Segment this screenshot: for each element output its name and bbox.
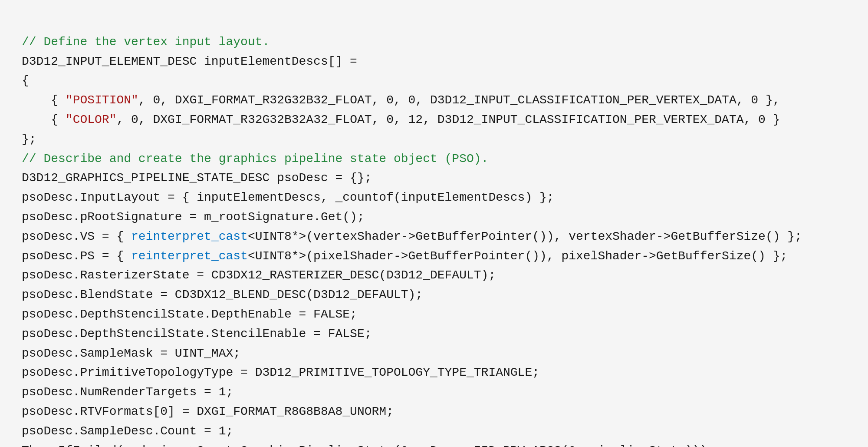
code-token-normal: D3D12_GRAPHICS_PIPELINE_STATE_DESC psoDe… (22, 171, 372, 185)
code-token-normal: psoDesc.RasterizerState = CD3DX12_RASTER… (22, 268, 496, 282)
code-line: psoDesc.SampleDesc.Count = 1; (22, 422, 846, 441)
code-line: psoDesc.PS = { reinterpret_cast<UINT8*>(… (22, 247, 846, 266)
code-token-normal: <UINT8*>(vertexShader->GetBufferPointer(… (248, 230, 802, 243)
code-line: psoDesc.VS = { reinterpret_cast<UINT8*>(… (22, 227, 846, 247)
code-line: psoDesc.pRootSignature = m_rootSignature… (22, 208, 846, 227)
code-line: psoDesc.BlendState = CD3DX12_BLEND_DESC(… (22, 285, 846, 305)
code-token-normal: psoDesc.InputLayout = { inputElementDesc… (22, 191, 554, 204)
code-token-normal: , 0, DXGI_FORMAT_R32G32B32A32_FLOAT, 0, … (116, 113, 780, 126)
code-line: psoDesc.RasterizerState = CD3DX12_RASTER… (22, 266, 846, 285)
code-line: // Describe and create the graphics pipe… (22, 149, 846, 169)
code-token-function-call: reinterpret_cast (131, 249, 248, 263)
code-token-comment: // Describe and create the graphics pipe… (22, 152, 488, 166)
code-line: psoDesc.NumRenderTargets = 1; (22, 383, 846, 402)
code-token-normal: psoDesc.PrimitiveTopologyType = D3D12_PR… (22, 366, 539, 379)
code-token-normal: psoDesc.BlendState = CD3DX12_BLEND_DESC(… (22, 288, 423, 301)
code-line: psoDesc.DepthStencilState.DepthEnable = … (22, 305, 846, 324)
code-line: psoDesc.InputLayout = { inputElementDesc… (22, 188, 846, 208)
code-line: psoDesc.PrimitiveTopologyType = D3D12_PR… (22, 363, 846, 383)
code-token-function-call: reinterpret_cast (131, 230, 248, 243)
code-token-normal: }; (22, 132, 36, 146)
code-token-normal: psoDesc.pRootSignature = m_rootSignature… (22, 210, 365, 224)
code-line: // Define the vertex input layout. (22, 33, 846, 52)
code-token-normal: psoDesc.PS = { (22, 249, 131, 263)
code-line: ThrowIfFailed(m_device->CreateGraphicsPi… (22, 441, 846, 447)
code-line: { (22, 71, 846, 91)
code-line: { "COLOR", 0, DXGI_FORMAT_R32G32B32A32_F… (22, 110, 846, 130)
code-token-normal: ThrowIfFailed(m_device->CreateGraphicsPi… (22, 444, 714, 447)
code-line: psoDesc.RTVFormats[0] = DXGI_FORMAT_R8G8… (22, 402, 846, 422)
code-token-comment: // Define the vertex input layout. (22, 35, 270, 49)
code-token-normal: psoDesc.DepthStencilState.StencilEnable … (22, 327, 372, 341)
code-token-normal: psoDesc.SampleMask = UINT_MAX; (22, 347, 240, 360)
code-token-string: "COLOR" (66, 113, 117, 126)
code-line: }; (22, 130, 846, 149)
code-editor: // Define the vertex input layout.D3D12_… (22, 13, 846, 447)
code-token-normal: { (22, 93, 66, 107)
code-token-normal: psoDesc.DepthStencilState.DepthEnable = … (22, 308, 357, 321)
code-token-normal: psoDesc.VS = { (22, 230, 131, 243)
code-token-normal: psoDesc.RTVFormats[0] = DXGI_FORMAT_R8G8… (22, 405, 394, 418)
code-line: { "POSITION", 0, DXGI_FORMAT_R32G32B32_F… (22, 91, 846, 110)
code-token-normal: psoDesc.NumRenderTargets = 1; (22, 385, 233, 399)
code-line: D3D12_GRAPHICS_PIPELINE_STATE_DESC psoDe… (22, 169, 846, 188)
code-line: D3D12_INPUT_ELEMENT_DESC inputElementDes… (22, 52, 846, 72)
code-token-normal: <UINT8*>(pixelShader->GetBufferPointer()… (248, 249, 787, 263)
code-token-normal: D3D12_INPUT_ELEMENT_DESC inputElementDes… (22, 55, 357, 68)
code-token-normal: psoDesc.SampleDesc.Count = 1; (22, 424, 233, 438)
code-line: psoDesc.DepthStencilState.StencilEnable … (22, 324, 846, 344)
code-line: psoDesc.SampleMask = UINT_MAX; (22, 344, 846, 364)
code-token-normal: { (22, 74, 29, 87)
code-token-string: "POSITION" (66, 93, 138, 107)
code-token-normal: , 0, DXGI_FORMAT_R32G32B32_FLOAT, 0, 0, … (138, 93, 780, 107)
code-token-normal: { (22, 113, 66, 126)
